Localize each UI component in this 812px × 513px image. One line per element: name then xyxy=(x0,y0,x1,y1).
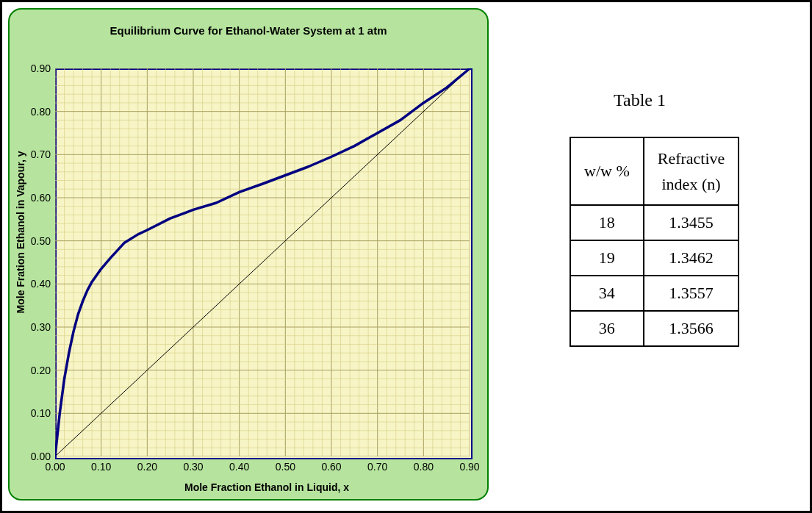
x-tick-label: 0.70 xyxy=(367,461,387,473)
x-tick-label: 0.10 xyxy=(91,461,111,473)
chart-panel: Equilibrium Curve for Ethanol-Water Syst… xyxy=(8,8,489,501)
page: Equilibrium Curve for Ethanol-Water Syst… xyxy=(0,0,812,513)
cell-ww: 36 xyxy=(570,311,644,346)
x-tick-label: 0.80 xyxy=(414,461,434,473)
x-tick-label: 0.00 xyxy=(45,461,65,473)
cell-ww: 34 xyxy=(570,276,644,311)
cell-n: 1.3462 xyxy=(644,240,739,276)
y-tick-label: 0.00 xyxy=(31,451,51,462)
y-tick-label: 0.90 xyxy=(31,62,51,74)
table-row: 34 1.3557 xyxy=(570,276,739,311)
y-axis-label: Mole Fration Ethanol in Vapour, y xyxy=(15,151,26,314)
x-tick-label: 0.20 xyxy=(137,461,157,473)
table-row: 18 1.3455 xyxy=(570,205,739,240)
chart-title: Equilibrium Curve for Ethanol-Water Syst… xyxy=(10,24,487,37)
x-tick-label: 0.40 xyxy=(229,461,249,473)
table-header-ww: w/w % xyxy=(570,137,644,205)
cell-ww: 19 xyxy=(570,240,644,276)
y-tick-label: 0.60 xyxy=(31,192,51,204)
y-tick-label: 0.30 xyxy=(31,321,51,333)
table-header-n: Refractive index (n) xyxy=(644,137,739,205)
table-header-n-line2: index (n) xyxy=(658,171,725,197)
diagonal-line xyxy=(55,68,470,456)
cell-n: 1.3566 xyxy=(644,311,739,346)
x-axis-label: Mole Fraction Ethanol in Liquid, x xyxy=(54,481,480,493)
y-axis-label-container: Mole Fration Ethanol in Vapour, y xyxy=(12,10,29,455)
cell-n: 1.3455 xyxy=(644,205,739,240)
cell-n: 1.3557 xyxy=(644,276,739,311)
table-caption: Table 1 xyxy=(614,90,739,110)
x-tick-label: 0.90 xyxy=(459,461,479,473)
y-tick-label: 0.20 xyxy=(31,365,51,376)
plot-series xyxy=(55,68,470,456)
table-row: 36 1.3566 xyxy=(570,311,739,346)
plot-area: 0.000.100.200.300.400.500.600.700.800.90… xyxy=(55,68,470,456)
y-tick-label: 0.10 xyxy=(31,407,51,419)
table-row: 19 1.3462 xyxy=(570,240,739,276)
table-region: Table 1 w/w % Refractive index (n) 18 1.… xyxy=(570,90,739,347)
refractive-index-table: w/w % Refractive index (n) 18 1.3455 19 … xyxy=(570,137,739,347)
x-tick-label: 0.50 xyxy=(276,461,295,473)
x-tick-label: 0.60 xyxy=(321,461,341,473)
y-tick-label: 0.70 xyxy=(31,148,51,160)
y-tick-label: 0.50 xyxy=(31,235,51,247)
y-tick-label: 0.80 xyxy=(31,106,51,118)
y-tick-label: 0.40 xyxy=(31,278,51,290)
x-tick-label: 0.30 xyxy=(183,461,203,473)
table-header-n-line1: Refractive xyxy=(658,146,725,171)
cell-ww: 18 xyxy=(570,205,644,240)
table-header-row: w/w % Refractive index (n) xyxy=(570,137,739,205)
